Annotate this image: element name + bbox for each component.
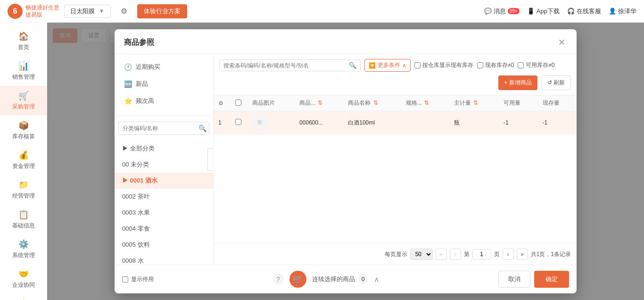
total-info: 共1页，1条记录: [531, 250, 571, 258]
row-code: 000600...: [295, 111, 343, 134]
cat-all[interactable]: ▶ 全部分类: [115, 141, 213, 157]
company-selector[interactable]: 日太阳膜 ▼: [64, 5, 111, 18]
cat-0005[interactable]: 0005 饮料: [115, 237, 213, 253]
show-disabled-checkbox[interactable]: 显示停用: [122, 275, 154, 283]
finance-icon: 💰: [18, 150, 29, 160]
cooperation-icon: 🤝: [18, 269, 29, 279]
next-page-button[interactable]: ›: [503, 249, 514, 260]
sidebar-item-sales[interactable]: 📊 销售管理: [0, 56, 47, 86]
main-layout: 🏠 首页 📊 销售管理 🛒 采购管理 📦 库存核算 💰 资金管理 📁 经营管理 …: [0, 23, 644, 300]
modal-toolbar: 🔍 🔽 更多条件 ∧ 按仓库显示现有库存: [214, 54, 577, 95]
cat-0003[interactable]: 0003 水果: [115, 205, 213, 221]
sidebar-label-sales: 销售管理: [12, 73, 35, 81]
cat-00[interactable]: 00 未分类: [115, 157, 213, 173]
product-reference-modal: 商品参照 ✕ 🕐 近期购买 🆕: [115, 29, 577, 293]
product-search-input[interactable]: [223, 62, 349, 69]
page-size-select[interactable]: 50: [410, 249, 433, 260]
home-icon: 🏠: [18, 31, 29, 42]
cart-label: 连续选择的商品 0: [312, 274, 368, 284]
table-row[interactable]: 1 图 000600... 白酒100ml: [214, 111, 577, 134]
sidebar-label-purchase: 采购管理: [12, 103, 35, 111]
checkbox-warehouse-stock[interactable]: 按仓库显示现有库存: [414, 61, 473, 69]
tab-recent-purchase[interactable]: 🕐 近期购买: [118, 59, 209, 75]
sidebar-item-system[interactable]: ⚙️ 系统管理: [0, 234, 47, 264]
logo-icon: 6: [8, 4, 23, 19]
product-search-button[interactable]: 🔍: [349, 62, 356, 69]
th-stock: 现存量: [538, 95, 577, 111]
product-table: ⚙ 商品图片 商品... ⇅: [214, 95, 577, 134]
new-icon: 🆕: [124, 80, 132, 88]
collapse-panel-button[interactable]: 《: [207, 148, 214, 171]
page-size-label: 每页显示: [385, 250, 407, 258]
th-available: 可用量: [499, 95, 537, 111]
cart-button[interactable]: 🛒: [289, 271, 306, 288]
th-spec[interactable]: 规格... ⇅: [401, 95, 449, 111]
online-service-button[interactable]: 🎧 在线客服: [567, 7, 601, 16]
sidebar-item-finance[interactable]: 💰 资金管理: [0, 145, 47, 175]
confirm-button[interactable]: 确定: [534, 271, 569, 288]
tab-new-products[interactable]: 🆕 新品: [118, 76, 209, 92]
cat-0002[interactable]: 0002 茶叶: [115, 189, 213, 205]
tab-frequent[interactable]: ⭐ 频次高: [118, 93, 209, 109]
th-product-name[interactable]: 商品名称 ⇅: [343, 95, 401, 111]
th-product-code[interactable]: 商品... ⇅: [295, 95, 343, 111]
sidebar-item-inventory[interactable]: 📦 库存核算: [0, 116, 47, 145]
first-page-button[interactable]: «: [436, 249, 447, 260]
page-suffix: 页: [494, 250, 500, 258]
modal-title: 商品参照: [124, 38, 154, 48]
cart-collapse-icon[interactable]: ∧: [374, 275, 380, 284]
selector-arrow-icon: ▼: [99, 8, 105, 15]
sidebar-label-home: 首页: [18, 43, 29, 51]
show-disabled-input[interactable]: [122, 276, 128, 283]
sidebar-item-purchase[interactable]: 🛒 采购管理: [0, 86, 47, 116]
message-badge: 99+: [508, 8, 520, 14]
sidebar-item-home[interactable]: 🏠 首页: [0, 26, 47, 56]
cart-area: ? 🛒 连续选择的商品 0 ∧: [272, 271, 380, 288]
sidebar-item-business[interactable]: 📁 经营管理: [0, 175, 47, 205]
prev-page-button[interactable]: ‹: [450, 249, 461, 260]
cat-0001[interactable]: ▶ 0001 酒水: [115, 173, 213, 189]
modal-close-button[interactable]: ✕: [556, 37, 567, 48]
app-download-button[interactable]: 📱 App下载: [527, 7, 560, 16]
sidebar-item-guide[interactable]: 🌟 新手引导: [0, 294, 47, 300]
sidebar-label-cooperation: 企业协同: [12, 281, 35, 289]
sidebar-item-cooperation[interactable]: 🤝 企业协同: [0, 264, 47, 294]
last-page-button[interactable]: »: [517, 249, 528, 260]
help-icon[interactable]: ?: [272, 274, 284, 285]
messages-button[interactable]: 💬 消息 99+: [484, 7, 520, 16]
add-product-button[interactable]: + 新增商品: [498, 75, 537, 90]
sort-name-icon: ⇅: [373, 100, 378, 106]
inventory-icon: 📦: [18, 120, 29, 131]
row-checkbox[interactable]: [231, 111, 248, 134]
modal-left-panel: 🕐 近期购买 🆕 新品 ⭐ 频次高: [115, 54, 214, 265]
checkbox-available-stock[interactable]: 可用库存≠0: [518, 61, 554, 69]
sidebar-label-base: 基础信息: [12, 222, 35, 230]
page-number-input[interactable]: [472, 249, 491, 259]
th-checkbox[interactable]: [231, 95, 248, 111]
user-profile-button[interactable]: 👤 徐泽华: [609, 7, 636, 16]
refresh-button[interactable]: ↺ 刷新: [541, 75, 571, 90]
sort-unit-icon: ⇅: [473, 100, 478, 106]
th-unit[interactable]: 主计量 ⇅: [449, 95, 499, 111]
checkbox-current-stock[interactable]: 现有库存≠0: [477, 61, 514, 69]
message-icon: 💬: [484, 8, 492, 15]
modal-body: 🕐 近期购买 🆕 新品 ⭐ 频次高: [115, 54, 577, 265]
th-settings[interactable]: ⚙: [214, 95, 231, 111]
settings-icon[interactable]: ⚙: [116, 4, 132, 19]
sort-spec-icon: ⇅: [424, 100, 429, 106]
sales-icon: 📊: [18, 61, 29, 71]
cat-0004[interactable]: 0004 零食: [115, 221, 213, 237]
sidebar-item-base[interactable]: 📋 基础信息: [0, 205, 47, 234]
headset-icon: 🎧: [567, 8, 575, 15]
trial-button[interactable]: 体验行业方案: [137, 4, 187, 18]
more-filter-button[interactable]: 🔽 更多条件 ∧: [364, 59, 411, 72]
cancel-button[interactable]: 取消: [498, 271, 530, 288]
cart-count-badge: 0: [358, 274, 368, 284]
pagination-bar: 每页显示 50 « ‹ 第 页 › » 共1页，1条记录: [214, 243, 577, 265]
nav-right-area: 💬 消息 99+ 📱 App下载 🎧 在线客服 👤 徐泽华: [484, 7, 636, 16]
cat-0008[interactable]: 0008 水: [115, 253, 213, 265]
category-search-area: 🔍: [115, 118, 213, 139]
footer-action-btns: 取消 确定: [498, 271, 569, 288]
category-search-input[interactable]: [118, 122, 209, 135]
modal-overlay: 商品参照 ✕ 🕐 近期购买 🆕: [47, 23, 644, 300]
